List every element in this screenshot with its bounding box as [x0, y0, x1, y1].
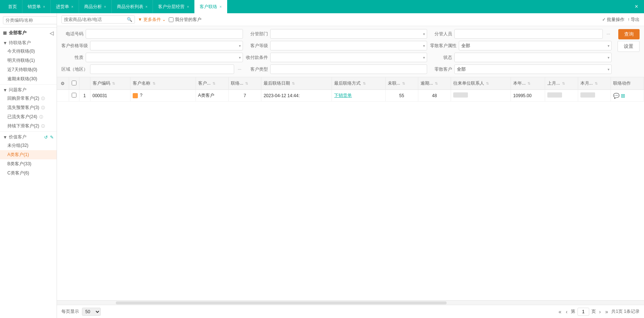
close-icon[interactable]: ×: [43, 5, 45, 9]
sidebar-item-week[interactable]: 近7天待联络(0): [0, 65, 57, 74]
close-all-button[interactable]: ×: [632, 3, 641, 10]
filter-my-customers-label[interactable]: 我分管的客户: [169, 17, 201, 23]
close-icon[interactable]: ×: [219, 5, 222, 9]
prev-page-button[interactable]: ‹: [565, 308, 569, 315]
col-this-month[interactable]: 本月... ⇅: [578, 77, 611, 90]
chat-action-icon[interactable]: 💬: [613, 93, 619, 99]
export-link[interactable]: ↑ 导出: [627, 17, 640, 23]
row-checkbox: [69, 90, 79, 102]
settings-button[interactable]: 设置: [618, 41, 640, 52]
col-contact-count[interactable]: 联络... ⇅: [228, 77, 261, 90]
color-tag-icon: [133, 93, 138, 98]
sidebar-group-problem-customers[interactable]: ▼ 问题客户: [0, 85, 57, 94]
sidebar-item-b-class[interactable]: B类客户(33): [0, 159, 57, 169]
nav-customer-contact[interactable]: 客户联络 ×: [194, 0, 227, 13]
sidebar-all-customers[interactable]: ▦ 全部客户 ◁: [0, 28, 57, 38]
sidebar-item-ungrouped[interactable]: 未分组(32): [0, 141, 57, 150]
row-last-month: [545, 90, 578, 102]
filter-input-customer-type[interactable]: [270, 64, 427, 74]
row-last-contact-method: 下销货单: [332, 90, 385, 102]
filter-field-customer-level: 客户等级 ▾: [246, 41, 427, 50]
select-all-checkbox[interactable]: [72, 81, 76, 85]
filter-select-dept[interactable]: [270, 29, 427, 39]
nav-home[interactable]: 首页: [3, 0, 22, 13]
filter-input-manager[interactable]: [454, 29, 603, 39]
col-row-num: [79, 77, 90, 90]
last-page-button[interactable]: »: [604, 308, 609, 315]
sidebar-group-value-customers: ▼ 价值客户 ↺ ✎: [0, 132, 57, 141]
search-button[interactable]: 查询: [618, 29, 640, 39]
sort-icon: ⇅: [486, 81, 489, 85]
sidebar-item-c-class[interactable]: C类客户(6): [0, 169, 57, 178]
filter-select-scatter[interactable]: 全部: [454, 64, 612, 74]
close-icon[interactable]: ×: [146, 5, 148, 9]
arrow-icon: ▼: [3, 40, 7, 46]
filter-select-payment[interactable]: [270, 53, 427, 62]
col-last-month[interactable]: 上月... ⇅: [545, 77, 578, 90]
sidebar-item-decline[interactable]: 持续下滑客户(2) ⓘ: [0, 121, 57, 131]
next-page-button[interactable]: ›: [598, 308, 602, 315]
filter-select-price-level[interactable]: [90, 41, 243, 50]
nav-product-analysis-list[interactable]: 商品分析列表 ×: [112, 0, 153, 13]
sidebar-group-pending-contact[interactable]: ▼ 待联络客户: [0, 38, 57, 47]
filter-input-phone[interactable]: [86, 29, 243, 39]
col-overdue[interactable]: 逾期... ⇅: [418, 77, 451, 90]
filter-search-input[interactable]: [64, 17, 127, 22]
sidebar-item-tomorrow[interactable]: 明天待联络(1): [0, 56, 57, 65]
filter-row-1: 电话号码 分管部门 ▾: [61, 29, 612, 39]
col-customer-type[interactable]: 客户... ⇅: [196, 77, 228, 90]
sort-icon: ⇅: [562, 81, 565, 85]
col-customer-code[interactable]: 客户编码 ⇅: [90, 77, 130, 90]
collapse-icon[interactable]: ◁: [50, 30, 54, 36]
page-number-input[interactable]: [577, 308, 589, 316]
filter-dots-manager[interactable]: ···: [605, 31, 612, 36]
grid-action-icon[interactable]: ⊞: [621, 93, 625, 99]
filter-field-region: 区域（地区） ···: [61, 64, 243, 74]
filter-select-status-wrap: ▾: [454, 53, 612, 62]
sidebar-item-overdue[interactable]: 逾期未联络(30): [0, 74, 57, 84]
filter-select-level-wrap: ▾: [270, 41, 427, 50]
col-last-contact-method[interactable]: 最后联络方式 ⇅: [332, 77, 385, 90]
first-page-button[interactable]: «: [557, 308, 562, 315]
col-this-year[interactable]: 本年... ⇅: [511, 77, 545, 90]
filter-search-icon[interactable]: 🔍: [127, 17, 132, 22]
filter-select-scatter-attr[interactable]: 全部: [459, 41, 612, 50]
col-customer-name[interactable]: 客户名称 ⇅: [130, 77, 196, 90]
sidebar-item-today[interactable]: 今天待联络(0): [0, 47, 57, 56]
filter-bar: 🔍 ▼ 更多条件 ⌄ 我分管的客户 ✓ 批量操作 ↑ 导出: [57, 13, 644, 26]
batch-operation-link[interactable]: ✓ 批量操作: [602, 17, 625, 23]
nav-sales-order[interactable]: 销货单 ×: [22, 0, 51, 13]
filter-input-region[interactable]: [90, 64, 234, 74]
nav-product-analysis[interactable]: 商品分析 ×: [79, 0, 112, 13]
col-unit-contact[interactable]: 往来单位联系人 ⇅: [451, 77, 511, 90]
col-settings[interactable]: ⚙: [57, 77, 69, 90]
row-select-checkbox[interactable]: [72, 93, 76, 98]
close-icon[interactable]: ×: [71, 5, 74, 9]
sidebar-item-churn[interactable]: 流失预警客户(3) ⓘ: [0, 103, 57, 112]
nav-purchase-order[interactable]: 进货单 ×: [51, 0, 79, 13]
sidebar-item-repurchase[interactable]: 回购异常客户(2) ⓘ: [0, 94, 57, 103]
filter-select-status[interactable]: [454, 53, 612, 62]
filter-my-customers-checkbox[interactable]: [169, 17, 173, 22]
horizontal-scrollbar[interactable]: [57, 300, 644, 305]
sidebar-item-lost[interactable]: 已流失客户(24) ⓘ: [0, 112, 57, 121]
filter-dots-region[interactable]: ···: [236, 67, 243, 72]
edit-icon[interactable]: ✎: [50, 135, 54, 140]
filter-select-customer-level[interactable]: [270, 41, 427, 50]
filter-field-customer-type: 客户类型: [246, 64, 427, 74]
row-customer-code: 000031: [90, 90, 130, 102]
sidebar-item-a-class[interactable]: A类客户(1): [0, 150, 57, 159]
close-icon[interactable]: ×: [187, 5, 189, 9]
sort-icon: ⇅: [212, 81, 215, 85]
sidebar-search-input[interactable]: [3, 16, 57, 24]
col-not-contact[interactable]: 未联... ⇅: [385, 77, 418, 90]
filter-more-conditions[interactable]: ▼ 更多条件 ⌄: [138, 17, 166, 23]
scrollbar-track[interactable]: [116, 301, 447, 304]
col-last-contact-date[interactable]: 最后联络日期 ⇅: [261, 77, 332, 90]
close-icon[interactable]: ×: [104, 5, 106, 9]
refresh-icon[interactable]: ↺: [44, 135, 48, 140]
contact-method-link[interactable]: 下销货单: [334, 93, 352, 98]
nav-customer-segment[interactable]: 客户分层经营 ×: [153, 0, 194, 13]
filter-select-nature[interactable]: [86, 53, 243, 62]
page-size-select[interactable]: 50 10 20 100: [82, 308, 101, 316]
